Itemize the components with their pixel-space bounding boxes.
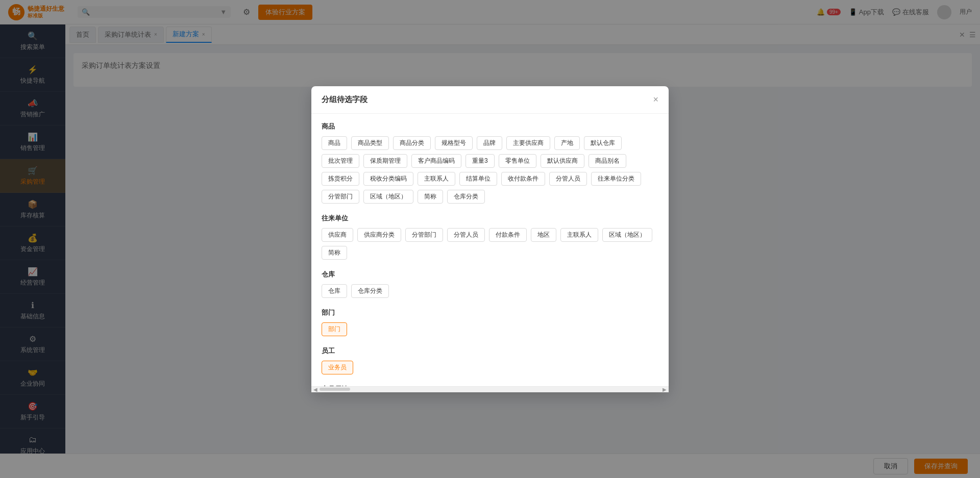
section-warehouse: 仓库 仓库 仓库分类 [322,270,658,298]
tag-managed-dept[interactable]: 分管部门 [405,228,443,242]
scroll-thumb[interactable] [320,388,350,391]
tag-salesperson[interactable]: 业务员 [322,361,353,374]
section-employee-tags: 业务员 [322,361,658,374]
tag-brand[interactable]: 品牌 [477,136,502,150]
tag-expiry-mgmt[interactable]: 保质期管理 [363,154,407,168]
tag-abbreviation2[interactable]: 简称 [322,246,347,260]
section-warehouse-title: 仓库 [322,270,658,279]
section-dept-title: 部门 [322,308,658,317]
tag-tax-code[interactable]: 税收分类编码 [363,172,413,186]
tag-dept-managed[interactable]: 分管部门 [322,190,359,204]
section-employee: 员工 业务员 [322,346,658,374]
section-partner-tags: 供应商 供应商分类 分管部门 分管人员 付款条件 地区 主联系人 区域（地区） … [322,228,658,260]
tag-product[interactable]: 商品 [322,136,347,150]
tag-region-area[interactable]: 区域（地区） [363,190,413,204]
tag-main-contact[interactable]: 主联系人 [418,172,455,186]
tag-payment-condition[interactable]: 付款条件 [489,228,527,242]
tag-customer-code[interactable]: 客户商品编码 [411,154,461,168]
tag-batch-mgmt[interactable]: 批次管理 [322,154,359,168]
tag-area[interactable]: 地区 [531,228,556,242]
section-warehouse-tags: 仓库 仓库分类 [322,284,658,298]
field-select-modal: 分组待选字段 × 商品 商品 商品类型 商品分类 规格型号 品牌 主要供应商 产… [311,86,669,392]
tag-partner-category[interactable]: 往来单位分类 [591,172,641,186]
tag-pick-points[interactable]: 拣货积分 [322,172,359,186]
modal-close-button[interactable]: × [653,94,658,105]
tag-product-alias[interactable]: 商品别名 [589,154,626,168]
section-dept: 部门 部门 [322,308,658,336]
modal-overlay: 分组待选字段 × 商品 商品 商品类型 商品分类 规格型号 品牌 主要供应商 产… [0,0,980,478]
tag-payment-terms[interactable]: 收付款条件 [501,172,545,186]
section-product-tags: 商品 商品类型 商品分类 规格型号 品牌 主要供应商 产地 默认仓库 批次管理 … [322,136,658,204]
modal-header: 分组待选字段 × [311,86,669,114]
modal-horizontal-scrollbar[interactable]: ◀ ▶ [311,386,669,392]
tag-default-supplier[interactable]: 默认供应商 [541,154,584,168]
tag-short-name[interactable]: 简称 [418,190,443,204]
tag-weight3[interactable]: 重量3 [465,154,495,168]
tag-dept[interactable]: 部门 [322,322,347,336]
tag-settlement-unit[interactable]: 结算单位 [459,172,497,186]
tag-supervisor[interactable]: 分管人员 [549,172,587,186]
tag-main-contact2[interactable]: 主联系人 [560,228,598,242]
modal-title: 分组待选字段 [322,95,368,105]
scroll-left-indicator: ◀ [313,387,317,392]
tag-default-warehouse[interactable]: 默认仓库 [584,136,622,150]
tag-product-category[interactable]: 商品分类 [393,136,431,150]
tag-warehouse-category[interactable]: 仓库分类 [447,190,485,204]
section-dept-tags: 部门 [322,322,658,336]
scroll-right-indicator: ▶ [663,387,667,392]
tag-warehouse[interactable]: 仓库 [322,284,347,298]
tag-retail-unit[interactable]: 零售单位 [499,154,536,168]
tag-product-type[interactable]: 商品类型 [351,136,389,150]
section-partner: 往来单位 供应商 供应商分类 分管部门 分管人员 付款条件 地区 主联系人 区域… [322,214,658,260]
tag-spec-model[interactable]: 规格型号 [435,136,473,150]
modal-body[interactable]: 商品 商品 商品类型 商品分类 规格型号 品牌 主要供应商 产地 默认仓库 批次… [311,114,669,386]
tag-supplier-category[interactable]: 供应商分类 [357,228,401,242]
tag-region2[interactable]: 区域（地区） [602,228,652,242]
tag-main-supplier[interactable]: 主要供应商 [506,136,550,150]
section-product: 商品 商品 商品类型 商品分类 规格型号 品牌 主要供应商 产地 默认仓库 批次… [322,122,658,204]
tag-origin[interactable]: 产地 [554,136,580,150]
tag-supplier[interactable]: 供应商 [322,228,353,242]
section-partner-title: 往来单位 [322,214,658,223]
tag-warehouse-cat[interactable]: 仓库分类 [351,284,389,298]
section-product-title: 商品 [322,122,658,131]
section-employee-title: 员工 [322,346,658,356]
tag-managed-person[interactable]: 分管人员 [447,228,485,242]
